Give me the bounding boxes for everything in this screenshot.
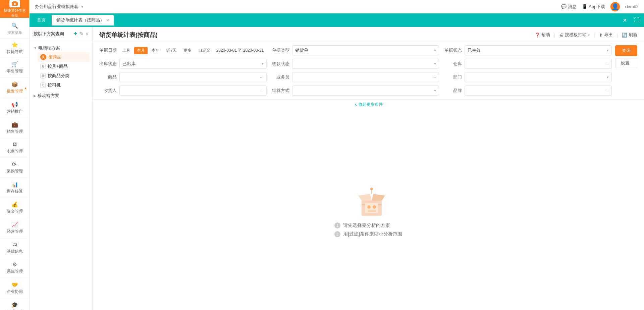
mobile-group-label: 移动端方案 [38,93,59,99]
tab-maximize-button[interactable]: ⛶ [632,15,641,25]
print-button[interactable]: 🖨 按模板打印 ▾ [559,32,590,38]
sidebar: 畅捷通好生意 标版 🔍 搜索菜单 ⭐ 快捷导航 🛒 零售管理 📦 批发管理 ▲ … [0,0,30,310]
divider2: | [594,33,595,38]
sidebar-item-enterprise[interactable]: 🤝 企业协同 [0,278,29,298]
sidebar-item-inventory[interactable]: 📊 库存核算 [0,178,29,198]
warehouse-dots[interactable]: ··· [605,61,609,66]
date-tab-this-month[interactable]: 本月 [134,47,148,54]
tab-home[interactable]: 首页 [32,15,50,25]
app-logo[interactable]: 畅捷通好生意 标版 [0,0,30,18]
app-download-button[interactable]: 📱 App下载 [582,4,605,10]
finance-icon: 💰 [11,201,18,208]
salesperson-input[interactable]: ··· [292,72,439,82]
filter-warehouse: 仓库 ··· [444,59,612,69]
sidebar-item-retail[interactable]: 🛒 零售管理 [0,58,29,78]
panel-title: 按以下方案查询 [34,31,64,37]
date-tab-7days[interactable]: 近7天 [164,47,179,54]
retail-icon: 🛒 [11,61,18,67]
collapse-panel-button[interactable]: « [86,31,88,37]
export-button[interactable]: ⬆ 导出 [599,32,613,38]
department-label: 部门 [444,74,462,80]
sidebar-item-wholesale[interactable]: 📦 批发管理 ▲ [0,78,29,98]
scheme-by-category[interactable]: 类 按商品分类 [38,71,90,81]
tab-minimize-button[interactable]: ✕ [620,15,629,25]
message-button[interactable]: 💬 消息 [561,4,577,10]
export-label: 导出 [604,32,613,38]
sidebar-item-base[interactable]: 🗂 基础信息 [0,238,29,258]
sidebar-search[interactable]: 🔍 搜索菜单 [0,18,29,39]
collapse-filter-button[interactable]: ∧ 收起更多条件 [93,99,644,109]
sidebar-item-operations[interactable]: 📈 经营管理 [0,218,29,238]
add-scheme-button[interactable]: + [74,30,77,37]
svg-point-2 [14,3,16,5]
desktop-group: ▼ 电脑端方案 按 按商品 月 按月+商品 类 [30,44,92,90]
app-title: 畅捷通好生意 [4,8,26,13]
date-tab-last-month[interactable]: 上月 [119,47,133,54]
doc-status-chevron: ▾ [607,48,609,53]
sidebar-item-finance[interactable]: 💰 资金管理 [0,198,29,218]
message-label: 消息 [568,4,577,10]
collapse-arrow: ∧ [354,102,357,107]
sidebar-item-purchase[interactable]: 🛍 采购管理 [0,158,29,178]
desktop-group-header[interactable]: ▼ 电脑端方案 [32,44,90,52]
brand-dots[interactable]: ··· [605,88,609,93]
base-icon: 🗂 [12,242,17,248]
payment-method-select[interactable]: ▾ [292,86,439,96]
settings-button[interactable]: 设置 [615,58,637,68]
collapse-label: 收起更多条件 [359,102,383,107]
filter-doc-status: 单据状态 已生效 ▾ [444,45,612,55]
operations-icon: 📈 [11,221,18,228]
scheme-tree: ▼ 电脑端方案 按 按商品 月 按月+商品 类 [30,41,92,103]
edit-scheme-button[interactable]: ✎ [79,31,84,37]
sidebar-item-newbie[interactable]: 🎓 新手引导 [0,298,29,310]
sidebar-item-ecommerce[interactable]: 🖥 电商管理 [0,138,29,158]
receiver-dots[interactable]: ··· [260,88,264,93]
quick-nav[interactable]: ⭐ 快捷导航 [0,39,29,58]
svg-rect-1 [13,1,17,2]
product-input[interactable]: ··· [119,72,267,82]
logo-icon [9,0,20,7]
desktop-group-label: 电脑端方案 [38,45,60,51]
maximize-icon: ⛶ [634,17,639,23]
help-button[interactable]: ❓ 帮助 [535,32,550,38]
filter-section: 单据日期 上月 本月 本年 近7天 更多 自定义 2023-03-01 至 20… [93,42,644,99]
dropdown-arrow[interactable]: ▾ [81,4,84,9]
receiver-input[interactable]: ··· [119,86,267,96]
scheme-by-driver[interactable]: 司 按司机 [38,81,90,90]
filter-payment-method: 结算方式 ▾ [272,86,439,96]
product-dots[interactable]: ··· [260,75,264,80]
page-actions: ❓ 帮助 | 🖨 按模板打印 ▾ | ⬆ 导出 | [535,32,637,38]
date-tab-more[interactable]: 更多 [181,47,194,54]
doc-status-select[interactable]: 已生效 ▾ [465,45,612,55]
receipt-status-select[interactable]: ▾ [292,59,439,69]
date-tab-custom[interactable]: 自定义 [196,47,213,54]
warehouse-input[interactable]: ··· [465,59,612,69]
tab-close-button[interactable]: × [106,18,109,22]
panel-actions: + ✎ « [74,30,88,37]
sidebar-item-sales[interactable]: 💼 销售管理 [0,118,29,138]
download-icon: 📱 [582,4,587,9]
query-button[interactable]: 查询 [615,45,637,56]
page-title-bar: 销货单统计表(按商品) ❓ 帮助 | 🖨 按模板打印 ▾ | ⬆ [93,27,644,42]
username-label[interactable]: demo2 [625,4,639,9]
date-tabs: 上月 本月 本年 近7天 更多 自定义 [119,47,213,54]
mobile-group: ▶ 移动端方案 [30,91,92,100]
doc-type-select[interactable]: 销货单 ▾ [292,45,439,55]
salesperson-dots[interactable]: ··· [432,75,436,80]
search-icon: 🔍 [11,22,18,29]
sidebar-item-system[interactable]: ⚙ 系统管理 [0,258,29,278]
sidebar-item-marketing[interactable]: 📢 营销推广 [0,98,29,118]
tab-sales-statistics[interactable]: 销货单统计表（按商品） × [52,15,114,25]
scheme-by-product[interactable]: 按 按商品 [38,52,90,62]
date-tab-this-year[interactable]: 本年 [149,47,162,54]
app-subtitle: 标版 [11,13,18,18]
department-select[interactable]: ▾ [465,72,612,82]
out-status-select[interactable]: 已出库 ▾ [119,59,267,69]
search-label: 搜索菜单 [7,30,22,35]
scheme-by-month-product[interactable]: 月 按月+商品 [38,62,90,71]
filter-grid: 单据日期 上月 本月 本年 近7天 更多 自定义 2023-03-01 至 20… [99,45,612,96]
svg-marker-5 [372,194,385,201]
brand-input[interactable]: ··· [465,86,612,96]
mobile-group-header[interactable]: ▶ 移动端方案 [32,91,90,100]
refresh-button[interactable]: 🔄 刷新 [622,32,637,38]
